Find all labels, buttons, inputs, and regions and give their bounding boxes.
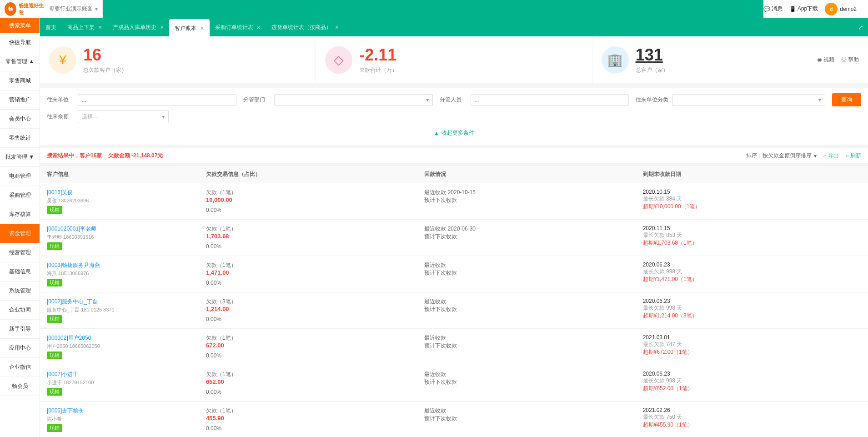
sidebar-search[interactable]: 搜索菜单 xyxy=(0,18,40,33)
collapse-filter-btn[interactable]: ▲ 收起更多条件 xyxy=(47,127,861,139)
debt-customers-number: 16 xyxy=(83,45,127,65)
balance-label: 往来余额 xyxy=(47,113,74,121)
debt-amount[interactable]: 1,703.68 xyxy=(206,233,424,240)
customer-name-link[interactable]: [0002]服务中心_丁磊 xyxy=(47,298,206,306)
top-right: 💬 消息 📱 App下载 d demo2 xyxy=(763,3,863,15)
arrow-icon: ▲ xyxy=(29,58,34,65)
col-header-duedate: 到期未收款日期 xyxy=(643,171,861,178)
summary-cards: ¥ 16 总欠款客户（家） ◇ -2.11 欠款合计（万） xyxy=(40,36,868,83)
dept-filter: 分管部门 ▾ xyxy=(243,94,433,106)
help-link[interactable]: ◎ 帮助 xyxy=(841,56,859,64)
customer-name-link[interactable]: [0006]去下粮仓 xyxy=(47,407,206,415)
top-bar: 畅 畅捷通好生意 母婴行业演示账套 ▾ 💬 消息 📱 App下载 d demo2 xyxy=(0,0,868,18)
message-icon: 💬 xyxy=(763,6,770,12)
collection-cell: 最近收款 预计下次收款 xyxy=(424,371,642,396)
sidebar-item-lingshoutongji[interactable]: 零售统计 xyxy=(0,129,40,148)
sidebar-item-changhyuan[interactable]: 畅会员 xyxy=(0,377,40,396)
tab-close-btn[interactable]: × xyxy=(98,24,102,31)
collection-cell: 最近收款 2020-10-15 预计下次收款 xyxy=(424,189,642,214)
customer-name-link[interactable]: [0003]畅捷服务尹海燕 xyxy=(47,261,206,269)
person-input[interactable]: ... xyxy=(471,94,629,106)
balance-select[interactable]: 选择... ▾ xyxy=(78,110,169,123)
debt-info-cell: 欠款（1笔） 10,000.00 0.00% xyxy=(206,189,424,214)
dept-select[interactable]: ▾ xyxy=(274,94,433,106)
maximize-btn[interactable]: ⤢ xyxy=(858,24,863,31)
dept-label: 分管部门 xyxy=(243,96,271,104)
customer-info-cell: [0007]小进干 小进干 18279152100 现销 xyxy=(47,371,206,396)
chevron-down-icon: ▾ xyxy=(162,114,165,120)
tab-customer-ledger[interactable]: 客户账本 × xyxy=(169,19,209,37)
user-avatar[interactable]: d demo2 xyxy=(825,3,857,15)
sidebar-item-caigougunali[interactable]: 采购管理 xyxy=(0,186,40,205)
debt-amount[interactable]: 10,000.00 xyxy=(206,196,424,203)
sidebar-item-xitongguanli[interactable]: 系统管理 xyxy=(0,281,40,301)
supplier-input[interactable]: ... xyxy=(78,94,236,106)
debt-total-label: 欠款合计（万） xyxy=(359,66,397,74)
sidebar-item-jingying[interactable]: 经营管理 xyxy=(0,243,40,262)
minimize-btn[interactable]: — xyxy=(849,24,856,31)
customer-info-cell: [0001020001]李老师 李老师 18600391516 现销 xyxy=(47,225,206,250)
app-download-btn[interactable]: 📱 App下载 xyxy=(789,5,818,13)
refresh-btn[interactable]: ○ 刷新 xyxy=(846,152,861,160)
customer-name-link[interactable]: [0001020001]李老师 xyxy=(47,225,206,233)
sidebar-item-kuaijiedaohang[interactable]: 快捷导航 xyxy=(0,33,40,52)
debt-amount[interactable]: 455.90 xyxy=(206,415,424,422)
tab-homepage[interactable]: 首页 xyxy=(40,18,62,36)
sidebar-item-yingyongzhongxin[interactable]: 应用中心 xyxy=(0,339,40,358)
refresh-icon: ○ xyxy=(846,153,849,159)
table-row: [0003]畅捷服务尹海燕 海燕 18513066976 现销 欠款（1笔） 1… xyxy=(40,256,868,292)
sidebar-item-xinshouyindao[interactable]: 新手引导 xyxy=(0,320,40,339)
export-btn[interactable]: ○ 导出 xyxy=(823,152,839,160)
sidebar-item-lingshouchengcheng[interactable]: 零售商城 xyxy=(0,71,40,90)
sidebar-item-qiyeweixin[interactable]: 企业微信 xyxy=(0,358,40,377)
debt-customers-icon: ¥ xyxy=(49,46,76,74)
debt-amount[interactable]: 1,214.00 xyxy=(206,306,424,312)
debt-info-cell: 欠款（1笔） 455.90 0.00% xyxy=(206,407,424,432)
sidebar-item-yingxiaotuitui[interactable]: 营销推广 xyxy=(0,90,40,110)
results-bar: 搜索结果中，客户16家 欠款金额 -21,148.07元 排序：按欠款金额倒序排… xyxy=(40,148,868,163)
tab-close-btn[interactable]: × xyxy=(335,24,339,31)
customer-name-link[interactable]: [0016]吴俊 xyxy=(47,189,206,196)
sidebar-item-kucunhesuan[interactable]: 库存核算 xyxy=(0,205,40,224)
chevron-down-icon: ▾ xyxy=(814,153,817,159)
tab-close-btn[interactable]: × xyxy=(200,25,204,32)
duedate-cell: 2020.06.23 最长欠款 998 天 超期¥652.00（1笔） xyxy=(643,371,861,396)
supplier-filter: 往来单位 ... xyxy=(47,94,236,106)
debt-amount[interactable]: 1,471.00 xyxy=(206,269,424,276)
summary-card-debt-total: ◇ -2.11 欠款合计（万） xyxy=(316,36,592,83)
sidebar-item-zijinguanli[interactable]: 资金管理 xyxy=(0,224,40,243)
collection-cell: 最近收款 预计下次收款 xyxy=(424,334,642,359)
search-button[interactable]: 查询 xyxy=(832,93,861,106)
tab-purchase-stats[interactable]: 采购订单统计表 × xyxy=(210,18,266,36)
sidebar-item-huiyuanzhongxin[interactable]: 会员中心 xyxy=(0,110,40,129)
industry-selector[interactable]: 母婴行业演示账套 ▾ xyxy=(45,0,103,18)
video-link[interactable]: ◉ 视频 xyxy=(817,56,834,64)
tab-close-btn[interactable]: × xyxy=(257,24,261,31)
tab-goods-stats[interactable]: 进货单统计表（按商品） × xyxy=(266,18,344,36)
customer-name-link[interactable]: [000002]用户2050 xyxy=(47,334,206,342)
category-select[interactable]: ▾ xyxy=(672,94,825,106)
supplier-label: 往来单位 xyxy=(47,96,74,104)
tab-goods-onoff[interactable]: 商品上下架 × xyxy=(62,18,107,36)
tab-product-history[interactable]: 产成品入库单历史 × xyxy=(107,18,169,36)
total-customers-label: 总客户（家） xyxy=(636,66,668,74)
duedate-cell: 2021.03.01 最长欠款 747 天 超期¥672.00（1笔） xyxy=(643,334,861,359)
sort-select[interactable]: 排序：按欠款金额倒序排序 ▾ xyxy=(746,152,817,160)
tab-close-btn[interactable]: × xyxy=(160,24,164,31)
debt-amount[interactable]: 652.00 xyxy=(206,378,424,385)
debt-total-number: -2.11 xyxy=(359,45,397,65)
collection-cell: 最近收款 预计下次收款 xyxy=(424,407,642,432)
sidebar-item-lingshouchunli[interactable]: 零售管理 ▲ xyxy=(0,52,40,71)
sidebar-item-qiyexietong[interactable]: 企业协同 xyxy=(0,301,40,320)
message-btn[interactable]: 💬 消息 xyxy=(763,5,783,13)
sidebar-item-pifagunali[interactable]: 批发管理 ▼ xyxy=(0,148,40,167)
collection-cell: 最近收款 2020-06-30 预计下次收款 xyxy=(424,225,642,250)
debt-info-cell: 欠款（1笔） 1,703.68 0.00% xyxy=(206,225,424,250)
customer-name-link[interactable]: [0007]小进干 xyxy=(47,371,206,378)
table-row: [0006]去下粮仓 陈小希 现销 欠款（1笔） 455.90 0.00% 最近… xyxy=(40,402,868,437)
sidebar-item-jichuxinxi[interactable]: 基础信息 xyxy=(0,262,40,281)
customer-info-cell: [0006]去下粮仓 陈小希 现销 xyxy=(47,407,206,432)
debt-amount[interactable]: 672.00 xyxy=(206,342,424,349)
data-table: 客户信息 欠款交易信息（占比） 回款情况 到期未收款日期 [0016]吴俊 吴俊… xyxy=(40,166,868,437)
sidebar-item-dianshangunali[interactable]: 电商管理 xyxy=(0,167,40,186)
